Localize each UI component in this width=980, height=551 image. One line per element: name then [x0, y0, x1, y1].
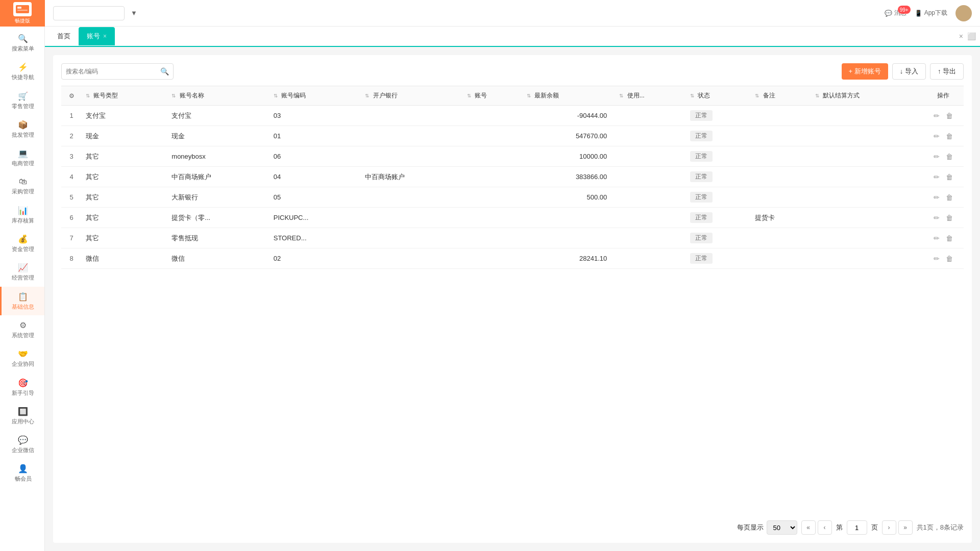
sidebar-item-guide[interactable]: 🎯 新手引导 — [0, 373, 44, 402]
maximize-icon[interactable]: ⬜ — [967, 32, 976, 40]
sidebar-item-cooperation[interactable]: 🤝 企业协同 — [0, 344, 44, 372]
sidebar-item-wholesale[interactable]: 📦 批发管理 — [0, 115, 44, 143]
sidebar-item-appcenter[interactable]: 🔲 应用中心 — [0, 402, 44, 430]
status-badge: 正常 — [690, 131, 713, 141]
topbar-right: 💬 消息 99+ 📱 App下载 — [885, 5, 972, 21]
cell-settlement — [811, 106, 923, 126]
settings-gear-icon[interactable]: ⚙ — [69, 92, 75, 99]
cell-type: 其它 — [82, 167, 167, 187]
page-nav: « ‹ 第 1 页 › » — [801, 520, 913, 535]
cell-balance: 383866.00 — [523, 167, 615, 187]
sidebar-item-purchase[interactable]: 🛍 采购管理 — [0, 172, 44, 200]
delete-icon[interactable]: 🗑 — [944, 192, 955, 203]
topbar-message[interactable]: 💬 消息 99+ — [885, 9, 906, 17]
col-code-header[interactable]: ⇅ 账号编码 — [270, 86, 361, 106]
sort-icon-type: ⇅ — [86, 93, 90, 98]
prev-page-button[interactable]: ‹ — [818, 520, 832, 535]
per-page-select: 每页显示 20 50 100 — [737, 520, 797, 535]
delete-icon[interactable]: 🗑 — [944, 254, 955, 264]
sidebar-item-label-member: 畅会员 — [15, 475, 32, 482]
sidebar-item-operation[interactable]: 📈 经营管理 — [0, 258, 44, 286]
col-type-header[interactable]: ⇅ 账号类型 — [82, 86, 167, 106]
col-name-header[interactable]: ⇅ 账号名称 — [167, 86, 269, 106]
sidebar-item-system[interactable]: ⚙ 系统管理 — [0, 315, 44, 344]
cell-account — [463, 106, 523, 126]
col-usage-header[interactable]: ⇅ 使用... — [615, 86, 686, 106]
cell-usage — [615, 146, 686, 167]
cell-bank — [361, 228, 462, 248]
search-input[interactable] — [66, 68, 160, 75]
next-page-button[interactable]: › — [882, 520, 896, 535]
sidebar-item-member[interactable]: 👤 畅会员 — [0, 459, 44, 487]
export-button[interactable]: ↑ 导出 — [930, 63, 964, 80]
topbar-search-input[interactable] — [53, 6, 125, 20]
import-button[interactable]: ↓ 导入 — [892, 63, 926, 80]
col-bank-header[interactable]: ⇅ 开户银行 — [361, 86, 462, 106]
total-info-label: 共1页，8条记录 — [917, 523, 964, 532]
sidebar-brand-label: 畅捷版 — [15, 17, 30, 24]
col-status-header[interactable]: ⇅ 状态 — [686, 86, 751, 106]
last-page-button[interactable]: » — [898, 520, 913, 535]
sidebar-item-ecommerce[interactable]: 💻 电商管理 — [0, 143, 44, 172]
topbar-app-download[interactable]: 📱 App下载 — [915, 9, 947, 17]
col-balance-header[interactable]: ⇅ 最新余额 — [523, 86, 615, 106]
pagination: 每页显示 20 50 100 « ‹ 第 1 页 › » 共1页，8条记录 — [61, 514, 964, 535]
avatar[interactable] — [955, 5, 972, 21]
app-icon: 📱 — [915, 10, 922, 17]
topbar-dropdown[interactable]: ▼ — [131, 9, 137, 17]
edit-icon[interactable]: ✏ — [932, 254, 942, 264]
tab-home[interactable]: 首页 — [49, 27, 79, 45]
sidebar-item-label-ecommerce: 电商管理 — [12, 160, 34, 167]
add-account-button[interactable]: + 新增账号 — [842, 63, 888, 80]
tab-home-label: 首页 — [57, 32, 70, 41]
tab-close-icon[interactable]: × — [103, 33, 107, 40]
col-account-header[interactable]: ⇅ 账号 — [463, 86, 523, 106]
sidebar-item-quicknav[interactable]: ⚡ 快捷导航 — [0, 57, 44, 86]
cell-bank — [361, 126, 462, 146]
restore-icon[interactable]: × — [959, 32, 963, 40]
sidebar-item-search[interactable]: 🔍 搜索菜单 — [0, 29, 44, 57]
first-page-button[interactable]: « — [801, 520, 816, 535]
edit-icon[interactable]: ✏ — [932, 152, 942, 162]
table-header-row: ⚙ ⇅ 账号类型 ⇅ 账号名称 ⇅ — [61, 86, 964, 106]
delete-icon[interactable]: 🗑 — [944, 111, 955, 121]
cell-code: 05 — [270, 187, 361, 208]
delete-icon[interactable]: 🗑 — [944, 172, 955, 182]
cell-index: 1 — [61, 106, 82, 126]
sidebar-item-retail[interactable]: 🛒 零售管理 — [0, 86, 44, 115]
system-icon: ⚙ — [19, 320, 27, 330]
sidebar-item-inventory[interactable]: 📊 库存核算 — [0, 201, 44, 229]
cell-name: 大新银行 — [167, 187, 269, 208]
cell-settlement — [811, 208, 923, 228]
purchase-icon: 🛍 — [19, 177, 27, 186]
page-number-input[interactable]: 1 — [847, 520, 867, 535]
cell-code: 03 — [270, 106, 361, 126]
table-row: 2 现金 现金 01 547670.00 正常 ✏ 🗑 — [61, 126, 964, 146]
sidebar-item-wechat[interactable]: 💬 企业微信 — [0, 430, 44, 459]
edit-icon[interactable]: ✏ — [932, 172, 942, 182]
delete-icon[interactable]: 🗑 — [944, 152, 955, 162]
sidebar-item-finance[interactable]: 💰 资金管理 — [0, 229, 44, 258]
delete-icon[interactable]: 🗑 — [944, 233, 955, 243]
edit-icon[interactable]: ✏ — [932, 192, 942, 203]
edit-icon[interactable]: ✏ — [932, 111, 942, 121]
edit-icon[interactable]: ✏ — [932, 131, 942, 141]
delete-icon[interactable]: 🗑 — [944, 213, 955, 223]
sidebar-item-basic-info[interactable]: 📋 基础信息 — [0, 287, 44, 315]
delete-icon[interactable]: 🗑 — [944, 131, 955, 141]
page-size-select[interactable]: 20 50 100 — [767, 520, 797, 535]
cell-name: moneybosx — [167, 146, 269, 167]
main-content: ▼ 💬 消息 99+ 📱 App下载 首页 账号 × × ⬜ — [45, 0, 980, 551]
col-settlement-header[interactable]: ⇅ 默认结算方式 — [811, 86, 923, 106]
edit-icon[interactable]: ✏ — [932, 213, 942, 223]
col-remark-header[interactable]: ⇅ 备注 — [751, 86, 811, 106]
status-badge: 正常 — [690, 110, 713, 121]
search-icon[interactable]: 🔍 — [160, 67, 169, 76]
cell-remark — [751, 248, 811, 269]
cell-name: 中百商场账户 — [167, 167, 269, 187]
edit-icon[interactable]: ✏ — [932, 233, 942, 243]
cell-settlement — [811, 167, 923, 187]
cell-bank — [361, 106, 462, 126]
tab-account[interactable]: 账号 × — [79, 27, 115, 45]
cell-account — [463, 208, 523, 228]
